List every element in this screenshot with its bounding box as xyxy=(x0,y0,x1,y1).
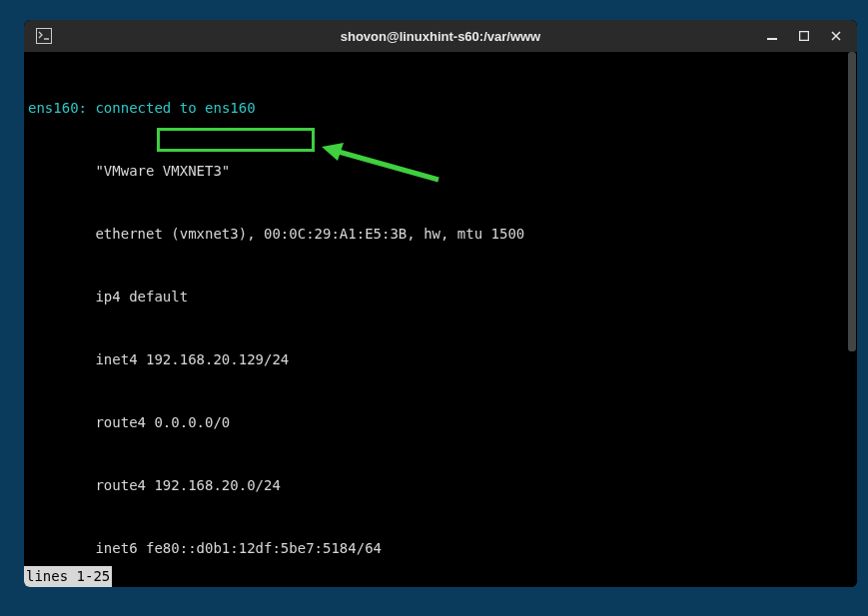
output-line: ip4 default xyxy=(28,287,853,308)
scrollbar-thumb[interactable] xyxy=(848,52,856,351)
minimize-button[interactable] xyxy=(765,29,779,43)
output-line: route4 0.0.0.0/0 xyxy=(28,412,853,433)
iface-header-ens160: ens160: connected to ens160 xyxy=(28,98,853,119)
window-title: shovon@linuxhint-s60:/var/www xyxy=(24,29,857,44)
window-controls xyxy=(765,29,843,43)
pager-status: lines 1-25 xyxy=(24,566,112,587)
close-button[interactable] xyxy=(829,29,843,43)
titlebar: shovon@linuxhint-s60:/var/www xyxy=(24,20,857,52)
output-line: inet4 192.168.20.129/24 xyxy=(28,349,853,370)
terminal-output[interactable]: ens160: connected to ens160 "VMware VMXN… xyxy=(24,52,857,587)
terminal-window: shovon@linuxhint-s60:/var/www ens160: co… xyxy=(24,20,857,587)
output-line: inet6 fe80::d0b1:12df:5be7:5184/64 xyxy=(28,538,853,559)
maximize-button[interactable] xyxy=(797,29,811,43)
scrollbar[interactable] xyxy=(848,52,856,587)
svg-rect-0 xyxy=(767,38,777,40)
terminal-icon xyxy=(36,28,52,44)
output-line: route4 192.168.20.0/24 xyxy=(28,475,853,496)
svg-rect-1 xyxy=(800,32,809,41)
output-line: "VMware VMXNET3" xyxy=(28,161,853,182)
output-line: ethernet (vmxnet3), 00:0C:29:A1:E5:3B, h… xyxy=(28,224,853,245)
